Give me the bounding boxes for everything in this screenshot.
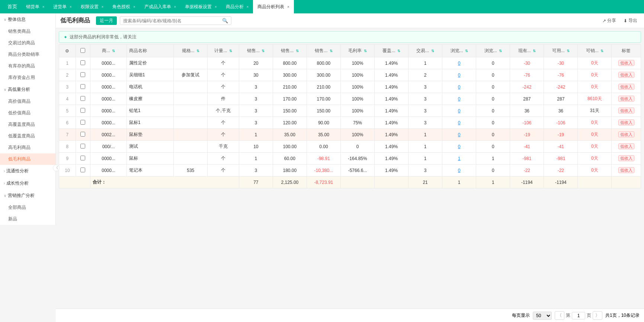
col-name-header[interactable]: 商品名称 [127,45,174,57]
row-checkbox[interactable] [80,156,85,160]
nav-sales-order[interactable]: 销货单 × [22,0,49,13]
prev-page-button[interactable]: 〈 [555,311,564,320]
page-number-input[interactable] [572,312,585,319]
col-select-all[interactable] [76,45,90,57]
nav-home[interactable]: 首页 [3,0,22,13]
cell-browse1[interactable]: 0 [442,129,476,141]
sidebar-item-low-coverage[interactable]: 低覆盖度商品 [0,130,55,142]
close-template-icon[interactable]: × [215,5,217,9]
cell-unit: 个 [208,69,239,81]
sidebar-group-growth[interactable]: › 成长性分析 [0,177,55,189]
export-button[interactable]: ⬇ 导出 [621,16,640,25]
col-code-header[interactable]: 商... ⇅ [90,45,127,57]
select-all-checkbox[interactable] [80,48,85,53]
row-checkbox[interactable] [80,72,85,77]
cell-checkbox[interactable] [76,69,90,81]
cell-checkbox[interactable] [76,93,90,105]
cell-browse1[interactable]: 0 [442,69,476,81]
col-unit-header[interactable]: 计量... ⇅ [208,45,239,57]
col-tag-header[interactable]: 标签 [612,45,641,57]
cell-checkbox[interactable] [76,57,90,69]
cell-browse1[interactable]: 0 [442,117,476,129]
nav-template-settings[interactable]: 单据模板设置 × [180,0,221,13]
sidebar-group-overall[interactable]: ∨ 整体信息 [0,13,55,26]
cell-browse1[interactable]: 0 [442,57,476,69]
sidebar-item-category-rate[interactable]: 商品分类助销率 [0,49,55,60]
row-checkbox[interactable] [80,108,85,113]
sidebar-item-high-margin[interactable]: 高毛利商品 [0,142,55,153]
row-checkbox[interactable] [80,84,85,89]
col-current-stock-header[interactable]: 现有... ⇅ [510,45,544,57]
col-available-header[interactable]: 可用... ⇅ [544,45,578,57]
sidebar-item-sales-goods[interactable]: 销售类商品 [0,26,55,37]
col-sales-profit-header[interactable]: 销售... ⇅ [307,45,340,57]
cell-browse1[interactable]: 0 [442,105,476,117]
sidebar-item-high-value[interactable]: 高价值商品 [0,96,55,107]
sidebar-item-new-goods[interactable]: 新品 [0,213,55,225]
nav-purchase-order[interactable]: 进货单 × [49,0,76,13]
col-browse2-header[interactable]: 浏览... ⇅ [476,45,510,57]
nav-goods-analysis[interactable]: 商品分析 × [221,0,253,13]
close-sales-order-icon[interactable]: × [42,5,45,9]
row-checkbox[interactable] [80,168,85,172]
col-gross-margin-header[interactable]: 毛利率 ⇅ [340,45,374,57]
nav-permission-settings[interactable]: 权限设置 × [76,0,108,13]
sidebar-item-traded-goods[interactable]: 交易过的商品 [0,37,55,49]
cell-checkbox[interactable] [76,141,90,153]
share-button[interactable]: ↗ 分享 [600,16,618,25]
cell-checkbox[interactable] [76,165,90,176]
nav-role-auth[interactable]: 角色授权 × [108,0,140,13]
sidebar-item-stocked-goods[interactable]: 有库存的商品 [0,60,55,72]
sidebar-item-inventory-capital[interactable]: 库存资金占用 [0,72,55,83]
next-page-button[interactable]: 〉 [593,311,602,320]
row-checkbox[interactable] [80,60,85,65]
sidebar-collapse-button[interactable]: 《 [53,165,60,171]
cell-checkbox[interactable] [76,153,90,165]
col-transaction-header[interactable]: 交易... ⇅ [408,45,442,57]
nav-product-inbound[interactable]: 产成品入库单 × [140,0,180,13]
cell-checkbox[interactable] [76,129,90,141]
close-product-inbound-icon[interactable]: × [174,5,176,9]
nav-goods-analysis-list[interactable]: 商品分析列表 × [253,0,294,13]
col-coverage-header[interactable]: 覆盖... ⇅ [375,45,408,57]
close-goods-analysis-icon[interactable]: × [246,5,249,9]
cell-checkbox[interactable] [76,81,90,93]
row-checkbox[interactable] [80,96,85,101]
sidebar-group-circulation[interactable]: › 流通性分析 [0,165,55,177]
col-sales-qty-header[interactable]: 销售... ⇅ [239,45,273,57]
cell-checkbox[interactable] [76,117,90,129]
row-checkbox[interactable] [80,120,85,125]
pagination-control: 〈 第 页 〉 [555,311,602,320]
close-goods-analysis-list-icon[interactable]: × [287,5,289,9]
table-container[interactable]: ⚙ 商... ⇅ 商品名称 规格... ⇅ 计量... ⇅ 销售... ⇅ 销售… [59,44,641,309]
cell-browse1[interactable]: 0 [442,81,476,93]
cell-code: 000/... [90,141,127,153]
sidebar-item-all-goods[interactable]: 全部商品 [0,202,55,213]
col-saleable-header[interactable]: 可销... ⇅ [578,45,612,57]
row-checkbox[interactable] [80,144,85,149]
page-label: 第 [566,312,570,319]
cell-browse2: 0 [476,57,510,69]
time-filter-button[interactable]: 近一月 [96,16,117,25]
page-size-select[interactable]: 50 10 20 100 [533,312,552,320]
cell-browse1[interactable]: 0 [442,165,476,176]
sidebar-item-low-value[interactable]: 低价值商品 [0,107,55,119]
search-input[interactable] [123,18,222,23]
close-permission-icon[interactable]: × [102,5,104,9]
sidebar-group-high-low[interactable]: ∨ 高低量分析 [0,83,55,96]
row-checkbox[interactable] [80,132,85,137]
col-browse1-header[interactable]: 浏览... ⇅ [442,45,476,57]
cell-browse1[interactable]: 1 [442,153,476,165]
cell-checkbox[interactable] [76,105,90,117]
close-role-auth-icon[interactable]: × [133,5,135,9]
close-purchase-order-icon[interactable]: × [70,5,72,9]
col-settings[interactable]: ⚙ [59,45,76,57]
col-spec-header[interactable]: 规格... ⇅ [174,45,208,57]
sidebar-group-marketing[interactable]: ∨ 营销推广分析 [0,189,55,202]
cell-browse1[interactable]: 0 [442,93,476,105]
sidebar-item-low-margin[interactable]: 低毛利商品 [0,153,55,165]
col-sales-amount-header[interactable]: 销售... ⇅ [273,45,307,57]
cell-browse1[interactable]: 0 [442,141,476,153]
sidebar-item-high-coverage[interactable]: 高覆盖度商品 [0,119,55,130]
page-suffix: 页 [587,312,591,319]
